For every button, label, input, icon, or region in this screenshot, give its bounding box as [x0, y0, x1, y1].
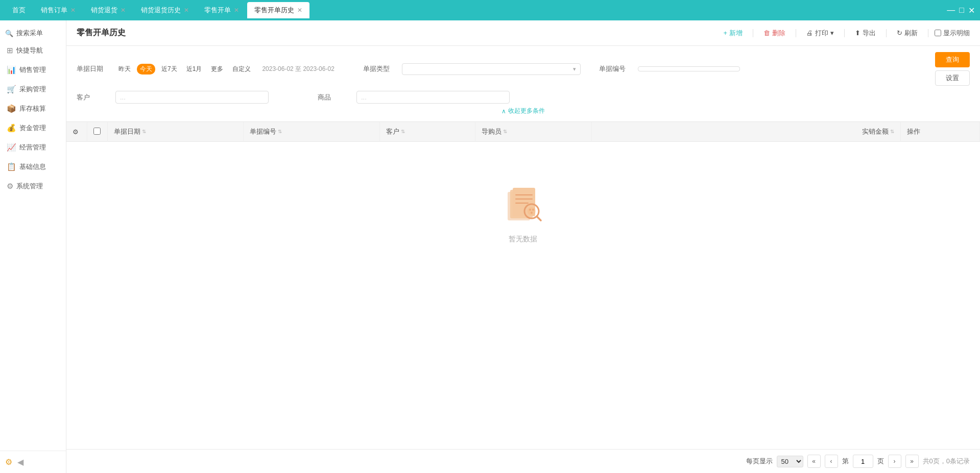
total-info: 共0页，0条记录	[923, 457, 970, 466]
tab-sales-order-close[interactable]: ✕	[70, 7, 76, 14]
page-label: 第	[842, 457, 849, 466]
page-first-button[interactable]: «	[807, 455, 821, 468]
tab-sales-return[interactable]: 销货退货 ✕	[84, 2, 133, 18]
filter-area: 单据日期 昨天 今天 近7天 近1月 更多 自定义 2023-06-02 至 2…	[66, 46, 980, 122]
goods-placeholder: ...	[361, 93, 367, 101]
table-settings-icon[interactable]: ⚙	[73, 128, 79, 136]
page-prev-button[interactable]: ‹	[825, 455, 838, 468]
empty-row: 暂无数据	[66, 142, 980, 285]
sidebar: 🔍 搜索采单 ⊞ 快捷导航 📊 销售管理 🛒 采购管理 📦 库存核算 💰 资金管…	[0, 20, 66, 473]
page-title: 零售开单历史	[77, 28, 126, 38]
sales-mgmt-icon: 📊	[7, 65, 16, 74]
select-all-checkbox[interactable]	[93, 128, 101, 135]
tab-sales-order-label: 销售订单	[41, 6, 67, 15]
collapse-up-icon: ∧	[501, 108, 506, 115]
date-btn-7days[interactable]: 近7天	[158, 64, 180, 74]
date-btn-1month[interactable]: 近1月	[183, 64, 205, 74]
export-icon: ⬆	[855, 29, 861, 37]
query-button[interactable]: 查询	[935, 52, 970, 67]
sidebar-item-finance[interactable]: 💰 资金管理	[0, 118, 66, 138]
sidebar-item-system[interactable]: ⚙ 系统管理	[0, 177, 66, 196]
goods-input[interactable]: ...	[356, 91, 510, 104]
sidebar-item-purchase-mgmt[interactable]: 🛒 采购管理	[0, 80, 66, 99]
page-last-button[interactable]: »	[905, 455, 919, 468]
date-btn-custom[interactable]: 自定义	[229, 64, 254, 74]
tab-retail-open-history[interactable]: 零售开单历史 ✕	[247, 2, 309, 18]
sidebar-item-operations[interactable]: 📈 经营管理	[0, 138, 66, 157]
th-guide[interactable]: 导购员 ⇅	[475, 122, 591, 142]
date-btn-group: 昨天 今天 近7天 近1月 更多 自定义	[115, 64, 254, 74]
add-button[interactable]: + 新增	[719, 27, 747, 40]
operations-icon: 📈	[7, 143, 16, 152]
empty-cell: 暂无数据	[66, 142, 980, 285]
pagination: 每页显示 50 10 20 100 « ‹ 第 页 › » 共0页，0条记录	[66, 449, 980, 473]
sidebar-search[interactable]: 🔍 搜索采单	[0, 26, 66, 41]
divider-1	[753, 29, 753, 37]
sidebar-collapse-icon[interactable]: ◀	[17, 457, 23, 467]
order-no-input[interactable]	[638, 66, 740, 71]
date-btn-today[interactable]: 今天	[137, 64, 155, 74]
divider-2	[796, 29, 796, 37]
sidebar-item-quick-nav[interactable]: ⊞ 快捷导航	[0, 41, 66, 60]
collapse-more-btn[interactable]: ∧ 收起更多条件	[77, 105, 970, 117]
sidebar-item-base-info-label: 基础信息	[19, 162, 46, 171]
print-label: 打印	[815, 29, 828, 38]
export-button[interactable]: ⬆ 导出	[851, 27, 880, 40]
tab-retail-open-close[interactable]: ✕	[234, 7, 239, 14]
order-type-select[interactable]: ▾	[402, 63, 581, 75]
th-actions-label: 操作	[907, 128, 920, 135]
empty-svg	[500, 183, 546, 229]
page-next-button[interactable]: ›	[888, 455, 901, 468]
tab-sales-return-history-close[interactable]: ✕	[184, 7, 189, 14]
tab-sales-order[interactable]: 销售订单 ✕	[34, 2, 83, 18]
customer-sort-icon: ⇅	[401, 129, 405, 134]
window-min-button[interactable]: —	[947, 6, 955, 15]
display-detail-label: 显示明细	[943, 29, 970, 38]
table-head: ⚙ 单据日期 ⇅ 单据编号	[66, 122, 980, 142]
th-date-label: 单据日期	[114, 127, 140, 136]
goods-label: 商品	[318, 93, 348, 102]
data-table: ⚙ 单据日期 ⇅ 单据编号	[66, 122, 980, 285]
customer-input[interactable]: ...	[115, 91, 269, 104]
purchase-mgmt-icon: 🛒	[7, 85, 16, 94]
th-number[interactable]: 单据编号 ⇅	[244, 122, 380, 142]
tab-retail-open[interactable]: 零售开单 ✕	[197, 2, 246, 18]
amount-sort-icon: ⇅	[890, 129, 894, 134]
print-button[interactable]: 🖨 打印 ▾	[802, 27, 838, 40]
sidebar-settings-icon[interactable]: ⚙	[5, 457, 12, 467]
th-actions: 操作	[901, 122, 980, 142]
tab-home-label: 首页	[12, 6, 26, 15]
tab-sales-return-history[interactable]: 销货退货历史 ✕	[134, 2, 196, 18]
per-page-select[interactable]: 50 10 20 100	[777, 456, 803, 467]
tab-home[interactable]: 首页	[5, 2, 33, 18]
date-label: 单据日期	[77, 64, 107, 73]
tab-retail-open-history-close[interactable]: ✕	[297, 7, 302, 14]
window-max-button[interactable]: □	[959, 6, 964, 15]
window-close-button[interactable]: ✕	[968, 6, 975, 15]
table-area: ⚙ 单据日期 ⇅ 单据编号	[66, 122, 980, 449]
settings-button[interactable]: 设置	[935, 70, 970, 86]
table-header-row: ⚙ 单据日期 ⇅ 单据编号	[66, 122, 980, 142]
sidebar-item-base-info[interactable]: 📋 基础信息	[0, 157, 66, 177]
display-detail-checkbox[interactable]	[935, 30, 941, 36]
display-detail-checkbox-container[interactable]: 显示明细	[935, 29, 970, 38]
delete-button[interactable]: 🗑 删除	[759, 27, 790, 40]
date-btn-more[interactable]: 更多	[208, 64, 226, 74]
divider-5	[928, 29, 928, 37]
th-settings[interactable]: ⚙	[66, 122, 87, 142]
th-date[interactable]: 单据日期 ⇅	[107, 122, 244, 142]
th-amount[interactable]: 实销金额 ⇅	[591, 122, 901, 142]
sidebar-item-inventory[interactable]: 📦 库存核算	[0, 99, 66, 118]
sidebar-item-finance-label: 资金管理	[19, 123, 46, 133]
refresh-button[interactable]: ↻ 刷新	[893, 27, 922, 40]
print-icon: 🖨	[806, 29, 813, 37]
th-customer[interactable]: 客户 ⇅	[379, 122, 475, 142]
page-number-input[interactable]	[853, 455, 873, 468]
date-btn-yesterday[interactable]: 昨天	[115, 64, 134, 74]
tab-sales-return-close[interactable]: ✕	[121, 7, 126, 14]
divider-4	[886, 29, 887, 37]
tab-sales-return-history-label: 销货退货历史	[141, 6, 181, 15]
filter-row-1: 单据日期 昨天 今天 近7天 近1月 更多 自定义 2023-06-02 至 2…	[77, 52, 970, 86]
refresh-icon: ↻	[897, 29, 902, 37]
sidebar-item-sales-mgmt[interactable]: 📊 销售管理	[0, 60, 66, 80]
